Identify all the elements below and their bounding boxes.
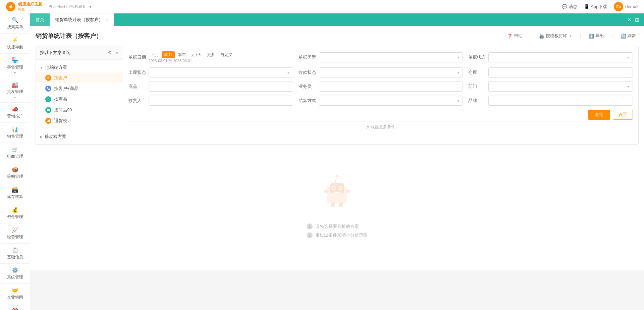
desktop-group-header[interactable]: ▼ 电脑端方案	[36, 62, 123, 72]
date-range-text: 2023-03-01 至 2023-03-31	[149, 58, 293, 63]
sidebar-item-newbie[interactable]: 🎯 新手引导	[0, 304, 30, 310]
settings-btn[interactable]: 设置	[613, 110, 633, 120]
wholesale-expand-icon: ▲	[13, 96, 16, 99]
by-customer-product-icon	[45, 86, 51, 92]
date-this-month-btn[interactable]: 本月	[162, 51, 175, 58]
recipient-ellipsis-icon: ...	[286, 98, 290, 103]
left-panel-actions: + ⚙ «	[101, 49, 119, 56]
refresh-icon: 🔄	[621, 34, 626, 39]
svg-rect-10	[49, 119, 50, 122]
svg-rect-19	[346, 190, 351, 193]
order-type-select[interactable]: ▼	[319, 52, 463, 62]
scheme-item-by-product-99[interactable]: 按商品99	[36, 105, 123, 115]
empty-state: 1 请先选择要分析的方案 2 用过滤条件来缩小分析范围	[36, 145, 639, 265]
department-dropdown-icon: ▼	[627, 85, 630, 89]
recipient-input[interactable]: ...	[149, 96, 293, 106]
purchase-icon: 📦	[12, 166, 18, 173]
outbound-select[interactable]: ▼	[149, 67, 293, 78]
enterprise-icon: 🤝	[12, 287, 18, 294]
page-title-row: 销货单统计表（按客户） ❓ 帮助 🖨️ 按模板打印 ▼	[36, 32, 639, 40]
sidebar-item-enterprise[interactable]: 🤝 企业协同	[0, 284, 30, 304]
date-more-btn[interactable]: 更多	[205, 51, 217, 58]
scheme-item-by-product[interactable]: 按商品	[36, 94, 123, 105]
filter-item-outbound: 出库状态 ▼	[128, 67, 293, 78]
app-download-btn[interactable]: 📱 App下载	[584, 4, 607, 10]
brand-input[interactable]: ...	[488, 96, 633, 106]
refresh-btn[interactable]: 🔄 刷新	[618, 32, 639, 40]
sidebar-item-purchase[interactable]: 📦 采购管理	[0, 163, 30, 183]
sidebar-item-finance[interactable]: 💰 资金管理	[0, 203, 30, 223]
date-this-year-btn[interactable]: 本年	[175, 51, 188, 58]
query-btn[interactable]: 查询	[588, 110, 610, 120]
sidebar-item-operations-label: 经营管理	[7, 234, 23, 240]
sidebar-item-system[interactable]: ⚙️ 系统管理	[0, 264, 30, 284]
filter-item-settlement: 结算方式 ▼	[299, 96, 463, 106]
export-btn[interactable]: ⬇️ 导出	[586, 32, 607, 40]
retail-icon: 🏪	[12, 57, 18, 63]
newbie-icon: 🎯	[12, 307, 18, 310]
sidebar-item-retail-label: 零售管理	[7, 64, 23, 70]
top-header: 畅 畅捷通好生意 标版 办公用品行业模拟账套 ▼ 💬 消息 📱 App下载 Ea…	[0, 0, 644, 13]
warehouse-input[interactable]: ...	[488, 67, 633, 78]
order-status-select[interactable]: ▼	[488, 52, 633, 62]
settlement-select[interactable]: ▼	[319, 96, 463, 106]
sidebar-item-shortcuts[interactable]: ⚡ 快捷导航	[0, 34, 30, 54]
date-last-7days-btn[interactable]: 近7天	[189, 51, 204, 58]
svg-rect-18	[324, 190, 328, 193]
sidebar-item-ecommerce[interactable]: 🛒 电商管理	[0, 143, 30, 163]
svg-rect-7	[47, 110, 50, 111]
scheme-settings-btn[interactable]: ⚙	[107, 49, 113, 56]
sidebar-item-retail[interactable]: 🏪 零售管理 ▼	[0, 54, 30, 78]
message-btn[interactable]: 💬 消息	[562, 4, 577, 10]
empty-tip-2: 2 用过滤条件来缩小分析范围	[307, 232, 368, 238]
mobile-scheme-group: ▶ 移动端方案	[36, 129, 123, 144]
tab-close-btn[interactable]: ×	[106, 18, 108, 22]
sidebar-item-sales-label: 销售管理	[7, 134, 23, 139]
order-type-label: 单据类型	[299, 54, 316, 60]
scheme-item-by-customer[interactable]: 客 按客户	[36, 72, 123, 83]
sidebar-item-operations[interactable]: 📈 经营管理	[0, 223, 30, 244]
add-scheme-btn[interactable]: +	[101, 49, 105, 56]
by-product-icon	[45, 96, 51, 102]
sidebar-item-sales[interactable]: 📊 销售管理	[0, 123, 30, 143]
department-select[interactable]: ▼	[488, 82, 633, 92]
sidebar-item-basics-label: 基础信息	[7, 254, 23, 260]
tab-min-btn[interactable]: ×	[626, 15, 633, 24]
mobile-group-header[interactable]: ▶ 移动端方案	[36, 132, 123, 142]
sidebar-item-basics[interactable]: 📋 基础信息	[0, 244, 30, 264]
sidebar-item-inventory[interactable]: 🗃️ 库存核算	[0, 183, 30, 203]
sidebar-item-search[interactable]: 🔍 搜索菜单	[0, 13, 30, 34]
settlement-label: 结算方式	[299, 98, 316, 104]
tab-home[interactable]: 首页	[30, 13, 50, 26]
system-icon: ⚙️	[12, 267, 18, 273]
scheme-item-by-customer-product[interactable]: 按客户+商品	[36, 83, 123, 94]
product-input[interactable]: ...	[149, 82, 293, 92]
scheme-item-return-stats[interactable]: 退货统计	[36, 115, 123, 126]
wholesale-icon: 🏭	[12, 82, 18, 88]
product-label: 商品	[128, 84, 146, 90]
svg-rect-4	[47, 99, 50, 99]
help-btn[interactable]: ❓ 帮助	[504, 32, 525, 40]
receipt-select[interactable]: ▼	[319, 67, 463, 78]
tab-active[interactable]: 销货单统计表（按客户） ×	[50, 13, 114, 26]
sidebar-item-purchase-label: 采购管理	[7, 174, 23, 179]
collapse-btn[interactable]: ⋀ 收起更多条件	[366, 124, 395, 130]
print-btn[interactable]: 🖨️ 按模板打印 ▼	[536, 32, 575, 40]
user-menu[interactable]: Ea demo2	[614, 2, 639, 11]
date-custom-btn[interactable]: 自定义	[218, 51, 235, 58]
date-last-month-btn[interactable]: 上月	[149, 51, 161, 58]
salesperson-ellipsis-icon: ...	[456, 84, 460, 89]
expand-icon[interactable]: ▼	[89, 5, 92, 9]
sidebar-item-wholesale[interactable]: 🏭 批发管理 ▲	[0, 78, 30, 103]
page-content: 销货单统计表（按客户） ❓ 帮助 🖨️ 按模板打印 ▼	[30, 26, 644, 310]
tab-right-actions: × ⊞	[626, 15, 644, 24]
salesperson-input[interactable]: ...	[319, 82, 463, 92]
tab-max-btn[interactable]: ⊞	[633, 15, 641, 24]
sidebar-item-marketing[interactable]: 📣 营销推广	[0, 103, 30, 123]
warehouse-ellipsis-icon: ...	[626, 70, 630, 75]
page-actions: ❓ 帮助 🖨️ 按模板打印 ▼ ⬇️ 导出	[504, 32, 639, 40]
collapse-panel-btn[interactable]: «	[115, 49, 119, 56]
filter-item-order-status: 单据状态 ▼	[468, 51, 633, 63]
print-icon: 🖨️	[539, 34, 544, 39]
svg-point-22	[336, 175, 338, 177]
